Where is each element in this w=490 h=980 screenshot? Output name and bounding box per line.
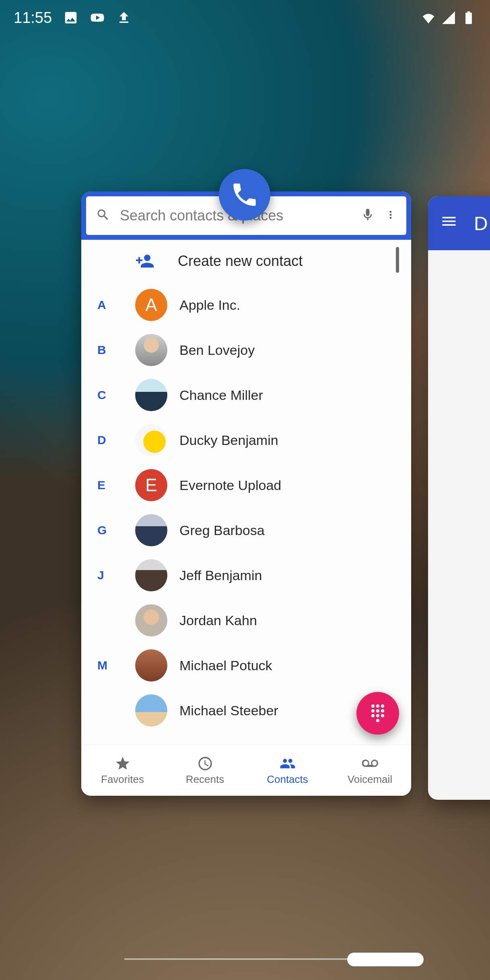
section-letter: J <box>97 568 135 582</box>
hamburger-icon[interactable] <box>440 212 458 235</box>
upload-icon <box>116 10 132 25</box>
contact-name: Apple Inc. <box>179 297 240 313</box>
home-pill[interactable] <box>347 953 424 966</box>
contact-row[interactable]: AAApple Inc. <box>81 282 411 327</box>
contact-name: Michael Steeber <box>179 703 278 719</box>
contact-avatar <box>135 424 167 456</box>
dialpad-icon <box>368 704 387 723</box>
phone-app-card[interactable]: Search contacts & places Create new cont… <box>81 191 411 796</box>
contact-row[interactable]: CChance Miller <box>81 373 411 418</box>
nav-favorites[interactable]: Favorites <box>81 745 164 796</box>
nav-favorites-label: Favorites <box>101 773 144 786</box>
battery-icon <box>461 10 476 25</box>
contact-avatar <box>135 514 167 546</box>
nav-track <box>124 958 366 960</box>
contact-row[interactable]: BBen Lovejoy <box>81 327 411 373</box>
contact-avatar <box>135 379 167 411</box>
contact-row[interactable]: ·Jordan Kahn <box>81 598 411 643</box>
contact-row[interactable]: DDucky Benjamin <box>81 418 411 463</box>
scroll-indicator[interactable] <box>396 247 399 273</box>
contact-name: Ducky Benjamin <box>179 432 278 448</box>
contact-name: Chance Miller <box>179 387 263 403</box>
contact-row[interactable]: EEEvernote Upload <box>81 463 411 508</box>
contact-avatar: A <box>135 289 167 321</box>
overflow-icon[interactable] <box>385 208 397 224</box>
clock-icon <box>197 756 213 772</box>
contact-name: Evernote Upload <box>179 478 281 493</box>
people-icon <box>280 756 296 772</box>
search-icon <box>96 208 110 224</box>
star-icon <box>115 756 131 772</box>
section-letter: D <box>97 433 135 447</box>
contact-name: Jeff Benjamin <box>179 568 262 583</box>
section-letter: B <box>97 343 135 357</box>
nav-voicemail[interactable]: Voicemail <box>329 745 411 796</box>
cell-icon <box>441 10 456 25</box>
contact-avatar <box>135 334 167 366</box>
section-letter: C <box>97 388 135 402</box>
nav-recents-label: Recents <box>186 773 224 786</box>
contact-name: Ben Lovejoy <box>179 342 255 358</box>
recent-app-card-secondary[interactable]: D <box>428 196 490 800</box>
create-contact-label: Create new contact <box>178 253 303 270</box>
section-letter: A <box>97 298 135 312</box>
status-time: 11:55 <box>14 9 52 27</box>
status-bar: 11:55 <box>0 0 490 35</box>
wifi-icon <box>421 10 436 25</box>
secondary-appbar: D <box>428 196 490 250</box>
create-new-contact[interactable]: Create new contact <box>81 240 411 282</box>
phone-app-icon[interactable] <box>219 169 270 220</box>
voicemail-icon <box>362 756 378 772</box>
contact-avatar <box>135 604 167 636</box>
contact-avatar <box>135 559 167 591</box>
mic-icon[interactable] <box>360 208 375 224</box>
image-icon <box>63 10 78 25</box>
phone-icon <box>230 180 259 210</box>
secondary-title-initial: D <box>474 212 488 235</box>
contact-avatar <box>135 694 167 727</box>
nav-contacts-label: Contacts <box>267 773 308 786</box>
contact-name: Michael Potuck <box>179 658 272 673</box>
nav-contacts[interactable]: Contacts <box>246 745 329 796</box>
section-letter: M <box>97 659 135 672</box>
dialpad-fab[interactable] <box>356 692 399 735</box>
contact-avatar: E <box>135 469 167 501</box>
section-letter: G <box>97 523 135 537</box>
contact-avatar <box>135 649 167 681</box>
contact-row[interactable]: JJeff Benjamin <box>81 553 411 598</box>
add-contact-icon <box>135 251 154 271</box>
contact-name: Greg Barbosa <box>179 523 265 538</box>
nav-recents[interactable]: Recents <box>164 745 246 796</box>
youtube-icon <box>90 10 105 25</box>
contact-row[interactable]: GGreg Barbosa <box>81 508 411 553</box>
contact-name: Jordan Kahn <box>179 613 257 628</box>
bottom-nav: Favorites Recents Contacts Voicemail <box>81 745 411 796</box>
section-letter: E <box>97 478 135 492</box>
nav-voicemail-label: Voicemail <box>348 773 392 786</box>
contacts-list[interactable]: Create new contact AAApple Inc.BBen Love… <box>81 240 411 745</box>
contact-row[interactable]: MMichael Potuck <box>81 643 411 688</box>
